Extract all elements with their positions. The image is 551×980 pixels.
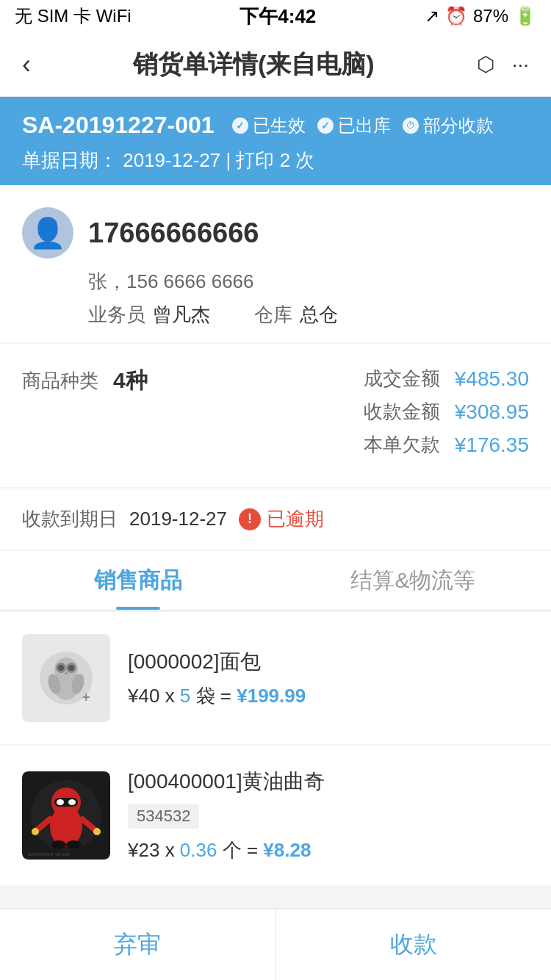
print-info: | 打印 2 次 — [226, 149, 314, 171]
debt-row: 本单欠款 ¥176.35 — [364, 432, 529, 458]
cancel-button[interactable]: 弃审 — [0, 909, 276, 980]
badge-partial-label: 部分收款 — [423, 114, 494, 137]
product-name-1: [0000002]面包 — [128, 648, 529, 676]
avatar-icon: 👤 — [29, 216, 66, 251]
svg-point-23 — [93, 828, 101, 835]
product-price-1: ¥40 x 5 袋 = ¥199.99 — [128, 683, 529, 709]
price-base-2: ¥23 — [128, 839, 159, 861]
tabs-section: 销售商品 结算&物流等 — [0, 551, 551, 610]
alarm-icon: ⏰ — [445, 6, 467, 26]
overdue-text: 已逾期 — [267, 506, 324, 532]
order-id: SA-20191227-001 — [22, 112, 215, 139]
overdue-icon: ! — [239, 508, 261, 530]
check-icon-2 — [317, 118, 334, 134]
due-label: 收款到期日 — [22, 506, 118, 532]
collected-label: 收款金额 — [364, 399, 440, 425]
battery-icon: 🔋 — [514, 6, 536, 26]
collected-value: ¥308.95 — [455, 400, 529, 424]
collected-row: 收款金额 ¥308.95 — [364, 399, 529, 425]
price-base-1: ¥40 — [128, 685, 159, 707]
customer-meta: 业务员 曾凡杰 仓库 总仓 — [22, 302, 529, 328]
back-button[interactable]: ‹ — [22, 49, 31, 80]
customer-row: 👤 17666666666 — [22, 207, 529, 259]
svg-point-18 — [51, 840, 66, 849]
more-button[interactable]: ··· — [512, 53, 529, 76]
banner-date: 单据日期： 2019-12-27 | 打印 2 次 — [22, 148, 529, 173]
stats-section: 商品种类 4种 成交金额 ¥485.30 收款金额 ¥308.95 本单欠款 ¥… — [0, 344, 551, 487]
sim-text: 无 SIM 卡 WiFi — [15, 4, 132, 28]
tab-underline — [116, 607, 160, 610]
warehouse-item: 仓库 总仓 — [254, 302, 338, 328]
product-thumb-2: advanced whale — [22, 771, 110, 860]
svg-text:advanced whale: advanced whale — [28, 851, 71, 857]
product-price-2: ¥23 x 0.36 个 = ¥8.28 — [128, 837, 529, 863]
badge-partial: 部分收款 — [403, 114, 494, 137]
price-eq-2: = — [247, 839, 263, 861]
amount-label: 成交金额 — [364, 366, 440, 392]
price-qty-1: 5 — [180, 685, 190, 707]
debt-value: ¥176.35 — [455, 433, 529, 457]
price-eq-1: = — [220, 685, 237, 707]
due-section: 收款到期日 2019-12-27 ! 已逾期 — [0, 489, 551, 550]
amount-value: ¥485.30 — [455, 367, 529, 391]
check-icon-1 — [232, 118, 248, 134]
svg-point-19 — [66, 840, 81, 849]
svg-point-5 — [58, 665, 64, 671]
price-total-1: ¥199.99 — [237, 685, 306, 707]
bottom-bar: 弃审 收款 — [0, 908, 551, 980]
customer-id: 17666666666 — [88, 217, 259, 249]
debt-label: 本单欠款 — [364, 432, 440, 458]
share-button[interactable]: ⬡ — [477, 52, 494, 76]
price-x-1: x — [165, 685, 180, 707]
due-date: 2019-12-27 — [129, 508, 227, 530]
category-label: 商品种类 — [22, 368, 98, 394]
date-label: 单据日期： — [22, 149, 118, 171]
product-thumb-1: + — [22, 634, 110, 722]
salesman-value: 曾凡杰 — [153, 302, 210, 328]
status-left: 无 SIM 卡 WiFi — [15, 4, 132, 28]
status-time: 下午4:42 — [240, 4, 316, 29]
clock-icon — [403, 118, 419, 134]
product-list: + [0000002]面包 ¥40 x 5 袋 = ¥199.99 — [0, 612, 551, 885]
price-unit-2: 个 — [223, 839, 242, 861]
overdue-badge: ! 已逾期 — [239, 506, 324, 532]
avatar: 👤 — [22, 207, 73, 259]
svg-point-22 — [32, 828, 39, 835]
product-name-2: [000400001]黄油曲奇 — [128, 768, 529, 796]
warehouse-value: 总仓 — [300, 302, 338, 328]
salesman-item: 业务员 曾凡杰 — [88, 302, 210, 328]
badge-effective: 已生效 — [232, 114, 306, 137]
nav-actions: ⬡ ··· — [477, 52, 529, 76]
customer-name: 张，156 6666 6666 — [22, 269, 529, 295]
product-item[interactable]: advanced whale [000400001]黄油曲奇 534532 ¥2… — [0, 746, 551, 885]
svg-point-6 — [68, 665, 74, 671]
category-row: 商品种类 4种 — [22, 366, 148, 396]
tab-sales-label: 销售商品 — [94, 566, 182, 596]
product-sku-2: 534532 — [128, 804, 199, 829]
battery-text: 87% — [473, 6, 508, 26]
status-right: ↗ ⏰ 87% 🔋 — [425, 6, 536, 26]
amount-row: 成交金额 ¥485.30 — [364, 366, 529, 392]
banner-top: SA-20191227-001 已生效 已出库 部分收款 — [22, 112, 529, 139]
confirm-button[interactable]: 收款 — [276, 909, 552, 980]
tab-sales[interactable]: 销售商品 — [0, 551, 276, 610]
product-image-2: advanced whale — [22, 771, 110, 860]
nav-bar: ‹ 销货单详情(来自电脑) ⬡ ··· — [0, 32, 551, 97]
tab-settlement-label: 结算&物流等 — [350, 566, 475, 596]
badge-shipped: 已出库 — [317, 114, 391, 137]
price-total-2: ¥8.28 — [263, 839, 311, 861]
customer-section: 👤 17666666666 张，156 6666 6666 业务员 曾凡杰 仓库… — [0, 185, 551, 342]
location-icon: ↗ — [425, 6, 439, 26]
svg-point-17 — [68, 799, 76, 805]
product-item[interactable]: + [0000002]面包 ¥40 x 5 袋 = ¥199.99 — [0, 612, 551, 744]
warehouse-label: 仓库 — [254, 302, 292, 328]
category-count: 4种 — [113, 366, 148, 396]
tab-settlement[interactable]: 结算&物流等 — [276, 551, 551, 610]
svg-point-16 — [57, 799, 64, 805]
price-qty-2: 0.36 — [180, 839, 217, 861]
nav-title: 销货单详情(来自电脑) — [133, 48, 375, 82]
status-bar: 无 SIM 卡 WiFi 下午4:42 ↗ ⏰ 87% 🔋 — [0, 0, 551, 32]
header-banner: SA-20191227-001 已生效 已出库 部分收款 单据日期： 2019-… — [0, 97, 551, 185]
stats-right: 成交金额 ¥485.30 收款金额 ¥308.95 本单欠款 ¥176.35 — [364, 366, 529, 465]
price-x-2: x — [165, 839, 180, 861]
